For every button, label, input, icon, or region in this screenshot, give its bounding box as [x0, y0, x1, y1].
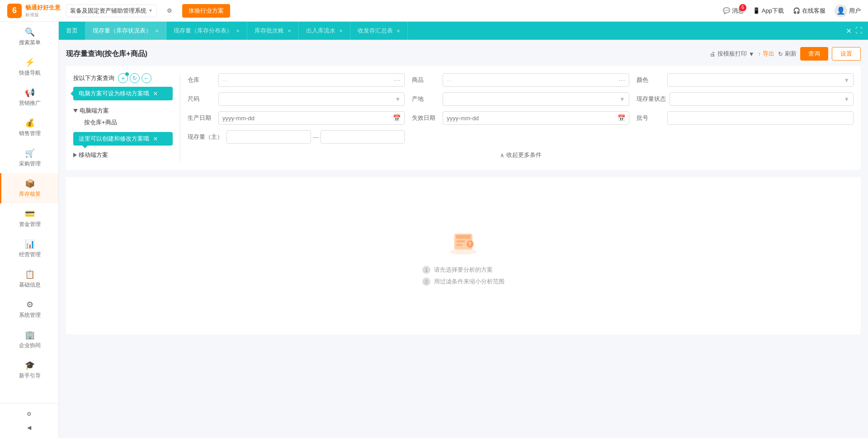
main-tooltip: 电脑方案可设为移动方案哦 ✕ [73, 87, 173, 100]
prod-date-input[interactable] [222, 115, 391, 122]
tab-close-io-flow[interactable]: ✕ [339, 28, 343, 33]
color-select[interactable]: ▼ [667, 73, 854, 87]
filter-row-1: 仓库 ··· ⋯ 商品 ·· [188, 73, 854, 87]
chevron-color-icon: ▼ [844, 77, 849, 84]
sidebar-item-inventory[interactable]: 📦 库存核算 [0, 173, 58, 203]
inv-status-select[interactable]: ▼ [670, 92, 854, 106]
back-btn-area: ← [142, 73, 151, 83]
newbie-icon: 🎓 [25, 360, 35, 370]
search-btn[interactable]: 查询 [800, 47, 828, 61]
message-item[interactable]: 💬 消息 6 [723, 7, 744, 15]
product-select[interactable]: ··· ⋯ [443, 73, 629, 87]
prod-date-field[interactable]: 📅 [218, 111, 405, 125]
empty-tips: 1 请先选择要分析的方案 2 用过滤条件来缩小分析范围 [422, 266, 505, 289]
user-item[interactable]: 👤 用户 [835, 5, 861, 17]
system-name-dropdown[interactable]: 装备及固定资产辅助管理系统 ▼ [66, 5, 157, 17]
tab-close-current[interactable]: ✕ [846, 27, 852, 35]
refresh-scheme-btn[interactable]: ↻ [130, 73, 140, 83]
search-menu-icon: 🔍 [25, 27, 35, 37]
settings-icon[interactable]: ⚙ [162, 4, 177, 18]
tooltip-close-scheme[interactable]: ✕ [153, 135, 158, 142]
tab-close-inventory-dist[interactable]: ✕ [236, 28, 240, 33]
sidebar-item-finance[interactable]: 💳 资金管理 [0, 203, 58, 234]
tab-bar: 首页 现存量（库存状况表） ✕ 现存量（库存分布表） ✕ 库存批次账 ✕ 出入库… [59, 22, 868, 40]
tab-batch-account[interactable]: 库存批次账 ✕ [247, 22, 299, 40]
filter-product: 商品 ··· ⋯ [412, 73, 629, 87]
chevron-down-icon: ▼ [148, 8, 153, 13]
sidebar-item-quick-nav[interactable]: ⚡ 快捷导航 [0, 52, 58, 82]
add-dot-marker [125, 72, 129, 76]
collapse-icon: ◀ [27, 424, 31, 431]
tab-close-recv-summary[interactable]: ✕ [396, 28, 400, 33]
filter-row-4: 现存量（主） — [188, 130, 854, 144]
print-template-btn[interactable]: 🖨 按模板打印 ▼ [710, 50, 755, 58]
chevron-size-icon: ▼ [395, 96, 401, 103]
size-select[interactable]: ▼ [218, 92, 405, 106]
filter-row-3: 生产日期 📅 失效日期 [188, 111, 854, 125]
print-icon: 🖨 [710, 51, 716, 57]
sidebar-collapse[interactable]: ◀ [24, 423, 35, 433]
logo-icon: 6 [7, 4, 22, 18]
system-icon: ⚙ [26, 300, 33, 310]
sidebar-item-sales[interactable]: 💰 销售管理 [0, 113, 58, 143]
sidebar: 🔍 搜索菜单 ⚡ 快捷导航 📢 营销推广 💰 销售管理 🛒 采购管理 [0, 22, 59, 438]
mobile-scheme-toggle[interactable]: 移动端方案 [73, 149, 173, 161]
tab-fullscreen[interactable]: ⛶ [855, 27, 863, 35]
refresh-btn[interactable]: ↻ 刷新 [778, 50, 797, 58]
origin-select[interactable]: ▼ [443, 92, 629, 106]
avatar: 👤 [835, 5, 847, 17]
online-service-item[interactable]: 🎧 在线客服 [793, 7, 826, 15]
tab-inventory-status[interactable]: 现存量（库存状况表） ✕ [85, 22, 166, 40]
top-bar-right: 💬 消息 6 📱 App下载 🎧 在线客服 👤 用户 [723, 5, 861, 17]
tab-home[interactable]: 首页 [59, 22, 85, 40]
logo-text: 畅通好好生意 标准版 [25, 4, 61, 18]
sidebar-item-system[interactable]: ⚙ 系统管理 [0, 294, 58, 325]
export-icon: ↑ [758, 51, 761, 57]
calendar-prod-icon: 📅 [393, 114, 401, 122]
filter-qty: 现存量（主） — [188, 130, 405, 144]
chevron-invstatus-icon: ▼ [844, 96, 849, 103]
app-download-item[interactable]: 📱 App下载 [753, 7, 784, 15]
sidebar-item-newbie[interactable]: 🎓 新手引导 [0, 355, 58, 385]
operations-icon: 📊 [25, 239, 35, 249]
empty-tip-1: 1 请先选择要分析的方案 [422, 266, 505, 274]
reset-btn[interactable]: 设置 [832, 47, 861, 61]
tooltip-close-main[interactable]: ✕ [153, 90, 158, 97]
collapse-more-btn[interactable]: ∧ 收起更多条件 [188, 147, 854, 163]
export-btn[interactable]: ↑ 导出 [758, 50, 775, 58]
sidebar-item-search-menu[interactable]: 🔍 搜索菜单 [0, 22, 58, 52]
sidebar-item-base-info[interactable]: 📋 基础信息 [0, 264, 58, 294]
qty-min-input[interactable] [226, 130, 311, 144]
industry-btn[interactable]: 体验行业方案 [182, 4, 230, 18]
warehouse-select[interactable]: ··· ⋯ [218, 73, 405, 87]
pc-plan-item-0[interactable]: 按仓库+商品 [80, 117, 173, 128]
filter-warehouse: 仓库 ··· ⋯ [188, 73, 405, 87]
sidebar-item-marketing[interactable]: 📢 营销推广 [0, 82, 58, 113]
batch-input[interactable] [667, 111, 854, 125]
tab-recv-summary[interactable]: 收发存汇总表 ✕ [350, 22, 408, 40]
sidebar-item-purchase[interactable]: 🛒 采购管理 [0, 143, 58, 173]
inventory-icon: 📦 [25, 179, 35, 188]
message-icon: 💬 [723, 7, 730, 14]
print-chevron-icon: ▼ [749, 51, 755, 57]
qty-max-input[interactable] [321, 130, 405, 144]
sidebar-item-enterprise[interactable]: 🏢 企业协同 [0, 325, 58, 355]
expire-date-field[interactable]: 📅 [443, 111, 629, 125]
mobile-scheme-section: 移动端方案 [73, 149, 173, 161]
sidebar-settings[interactable]: ⚙ [23, 409, 35, 419]
back-btn[interactable]: ← [142, 73, 151, 83]
tab-close-batch-account[interactable]: ✕ [288, 28, 291, 33]
tab-actions: ✕ ⛶ [840, 27, 868, 35]
tab-io-flow[interactable]: 出入库流水 ✕ [299, 22, 350, 40]
filter-prod-date: 生产日期 📅 [188, 111, 405, 125]
filter-header-row: 按以下方案查询 + ↻ [73, 73, 173, 83]
filter-batch: 批号 [637, 111, 854, 125]
sidebar-settings-icon: ⚙ [27, 411, 32, 417]
tab-close-inventory-status[interactable]: ✕ [155, 28, 159, 33]
tab-inventory-dist[interactable]: 现存量（库存分布表） ✕ [166, 22, 247, 40]
pc-scheme-toggle[interactable]: 电脑端方案 [73, 105, 173, 117]
sidebar-item-operations[interactable]: 📊 经营管理 [0, 234, 58, 264]
scheme-tooltip-container: 这里可以创建和修改方案哦 ✕ [73, 132, 173, 146]
base-info-icon: 📋 [25, 269, 35, 279]
expire-date-input[interactable] [447, 115, 615, 122]
